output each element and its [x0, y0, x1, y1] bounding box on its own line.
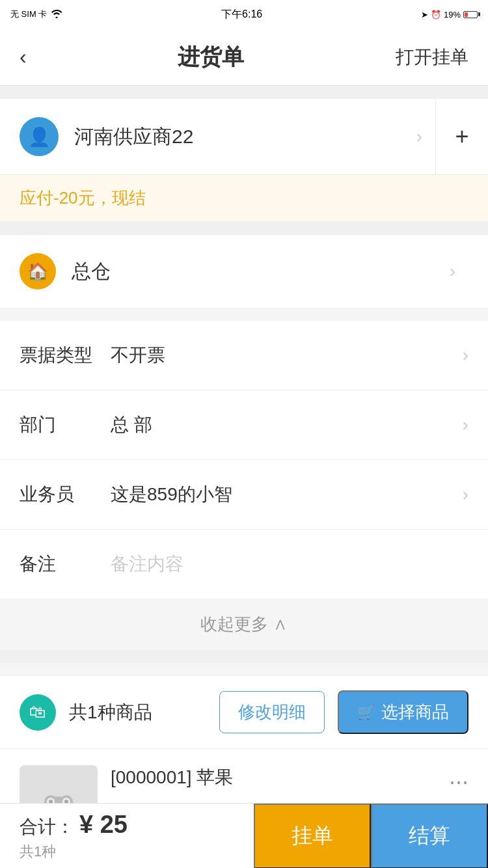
bill-type-label: 票据类型 [20, 343, 98, 368]
checkout-button[interactable]: 结算 [371, 804, 488, 869]
gap-1 [0, 86, 488, 99]
salesman-row[interactable]: 业务员 这是859的小智 › [0, 460, 488, 530]
modify-detail-button[interactable]: 修改明细 [219, 691, 325, 733]
bottom-bar: 合计： ¥ 25 共1种 挂单 结算 [0, 803, 488, 868]
warning-text: 应付-20元，现结 [20, 188, 146, 208]
nav-bar: ‹ 进货单 打开挂单 [0, 29, 488, 86]
remark-label: 备注 [20, 552, 98, 576]
bill-type-chevron-icon: › [463, 345, 468, 366]
page-title: 进货单 [178, 42, 244, 72]
product-more-button[interactable]: ··· [449, 765, 468, 795]
product-header: 🛍 共1种商品 修改明细 🛒 选择商品 [0, 676, 488, 748]
bill-type-value: 不开票 [111, 343, 463, 368]
dept-label: 部门 [20, 413, 98, 437]
form-section: 票据类型 不开票 › 部门 总 部 › 业务员 这是859的小智 › 备注 备注… [0, 321, 488, 599]
total-amount: ¥ 25 [79, 811, 128, 839]
gap-3 [0, 650, 488, 663]
dept-value: 总 部 [111, 413, 463, 437]
carrier-label: 无 SIM 卡 [10, 8, 47, 20]
total-amount-row: 合计： ¥ 25 [20, 811, 234, 839]
supplier-name: 河南供应商22 [74, 124, 416, 150]
select-product-label: 选择商品 [381, 701, 449, 724]
alarm-icon: ⏰ [431, 10, 441, 20]
supplier-main[interactable]: 👤 河南供应商22 › [0, 99, 436, 174]
dept-chevron-icon: › [463, 414, 468, 435]
collapse-row[interactable]: 收起更多 ∧ [0, 599, 488, 650]
total-label: 合计： [20, 815, 74, 839]
dept-row[interactable]: 部门 总 部 › [0, 390, 488, 460]
hang-button[interactable]: 挂单 [254, 804, 371, 869]
select-product-button[interactable]: 🛒 选择商品 [338, 690, 468, 734]
salesman-label: 业务员 [20, 482, 98, 507]
status-bar: 无 SIM 卡 下午6:16 ➤ ⏰ 19% [0, 0, 488, 29]
bag-icon: 🛍 [29, 702, 46, 722]
salesman-chevron-icon: › [463, 484, 468, 505]
collapse-label: 收起更多 ∧ [200, 613, 287, 636]
product-count-label: 共1种商品 [69, 700, 206, 725]
warehouse-icon: 🏠 [27, 262, 48, 282]
supplier-chevron-icon: › [416, 126, 422, 147]
remark-row[interactable]: 备注 备注内容 [0, 530, 488, 599]
battery-icon [463, 11, 478, 18]
main-content: 👤 河南供应商22 › + 应付-20元，现结 🏠 总仓 › 票据类型 不开票 … [0, 86, 488, 868]
location-icon: ➤ [421, 10, 428, 20]
warning-banner: 应付-20元，现结 [0, 175, 488, 221]
status-left: 无 SIM 卡 [10, 8, 62, 20]
back-button[interactable]: ‹ [20, 45, 27, 69]
wifi-icon [51, 9, 62, 20]
warehouse-name: 总仓 [72, 258, 450, 285]
battery-percent: 19% [444, 10, 461, 20]
supplier-section: 👤 河南供应商22 › + [0, 99, 488, 175]
select-icon: 🛒 [357, 704, 375, 721]
salesman-value: 这是859的小智 [111, 482, 463, 507]
user-icon: 👤 [28, 126, 51, 148]
warehouse-section[interactable]: 🏠 总仓 › [0, 234, 488, 308]
product-name: [0000001] 苹果 [111, 765, 436, 790]
total-section: 合计： ¥ 25 共1种 [0, 811, 254, 861]
product-code: [0000001] [111, 767, 192, 787]
warehouse-icon-wrap: 🏠 [20, 253, 56, 290]
status-right: ➤ ⏰ 19% [421, 10, 478, 20]
product-title: 苹果 [197, 767, 233, 787]
warehouse-chevron-icon: › [450, 261, 455, 282]
total-sub: 共1种 [20, 842, 234, 861]
status-time: 下午6:16 [221, 8, 262, 21]
product-count-icon: 🛍 [20, 694, 56, 731]
remark-input[interactable]: 备注内容 [111, 552, 468, 576]
open-hang-button[interactable]: 打开挂单 [396, 45, 468, 70]
supplier-avatar: 👤 [20, 117, 59, 156]
gap-2 [0, 221, 488, 234]
supplier-add-button[interactable]: + [436, 99, 488, 174]
bill-type-row[interactable]: 票据类型 不开票 › [0, 321, 488, 390]
